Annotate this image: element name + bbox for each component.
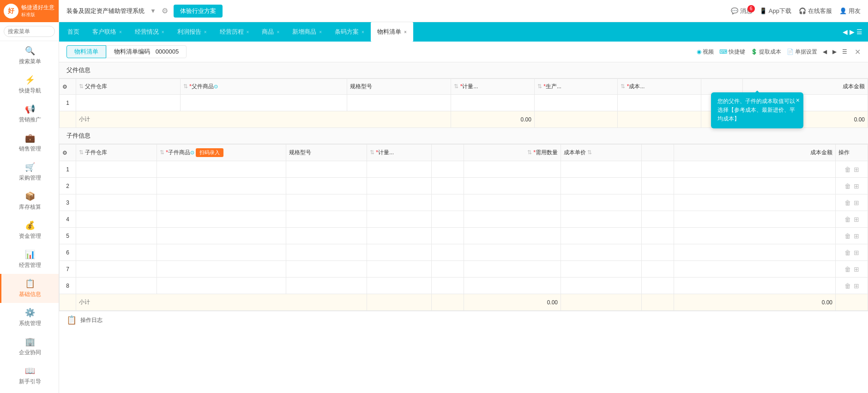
sub-tab-bom-code[interactable]: 物料清单编码 0000005 — [106, 45, 187, 58]
tab-goods-close[interactable]: × — [277, 30, 279, 35]
sidebar-item-enterprise[interactable]: 🏢 企业协同 — [0, 332, 59, 361]
child-row-1-qty[interactable] — [464, 161, 561, 178]
child-row-1-goods[interactable] — [157, 161, 286, 178]
tab-menu-icon[interactable]: ☰ — [856, 28, 862, 36]
child-row-2-goods[interactable] — [157, 178, 286, 194]
child-row-1-amount — [674, 161, 836, 178]
tab-barcode[interactable]: 条码方案 × — [328, 22, 371, 42]
child-col-settings[interactable]: ⚙ — [60, 145, 76, 161]
child-row-1-unit-cost[interactable] — [561, 161, 642, 178]
parent-row-1-cost[interactable] — [618, 95, 701, 111]
message-button[interactable]: 💬 消息 6 — [731, 7, 752, 15]
dropdown-arrow-icon[interactable]: ▼ — [150, 7, 156, 14]
user-avatar[interactable]: 👤 用友 — [839, 7, 861, 15]
sidebar-item-basics[interactable]: 📋 基础信息 — [0, 274, 59, 303]
delete-row-1-icon[interactable]: 🗑 — [844, 166, 851, 173]
sidebar-item-inventory[interactable]: 📦 库存核算 — [0, 187, 59, 216]
child-row-2-warehouse[interactable] — [76, 178, 157, 194]
copy-row-3-icon[interactable]: ⊞ — [854, 199, 859, 206]
sales-icon: 💼 — [25, 133, 35, 143]
copy-row-4-icon[interactable]: ⊞ — [854, 216, 859, 223]
delete-row-8-icon[interactable]: 🗑 — [844, 282, 851, 290]
tab-home[interactable]: 首页 — [61, 22, 86, 42]
delete-row-4-icon[interactable]: 🗑 — [844, 216, 851, 223]
sidebar-item-operations[interactable]: 📊 经营管理 — [0, 245, 59, 274]
delete-row-6-icon[interactable]: 🗑 — [844, 249, 851, 256]
tab-bom[interactable]: 物料清单 × — [371, 22, 413, 42]
sidebar-nav: 🔍 搜索菜单 ⚡ 快捷导航 📢 营销推广 💼 销售管理 🛒 采购管理 📦 库存核… — [0, 41, 59, 393]
delete-row-3-icon[interactable]: 🗑 — [844, 199, 851, 206]
parent-row-1-warehouse[interactable] — [76, 95, 181, 111]
scan-input-button[interactable]: 扫码录入 — [196, 148, 223, 157]
app-download-button[interactable]: 📱 App下载 — [760, 7, 791, 15]
parent-subtotal-e2 — [618, 111, 701, 128]
copy-row-1-icon[interactable]: ⊞ — [854, 166, 859, 173]
child-row-2: 2 🗑 ⊞ — [60, 178, 868, 194]
log-label[interactable]: 操作日志 — [80, 316, 102, 324]
nav-left-icon[interactable]: ◀ — [823, 48, 827, 55]
parent-row-1-unit[interactable] — [451, 95, 535, 111]
copy-row-7-icon[interactable]: ⊞ — [854, 266, 859, 273]
sidebar-item-sales[interactable]: 💼 销售管理 — [0, 128, 59, 157]
tab-bom-close[interactable]: × — [404, 30, 407, 35]
tab-customer[interactable]: 客户联络 × — [86, 22, 128, 42]
tab-barcode-close[interactable]: × — [362, 30, 364, 35]
copy-row-2-icon[interactable]: ⊞ — [854, 182, 859, 190]
parent-col-settings[interactable]: ⚙ — [60, 79, 76, 95]
child-row-2-unit[interactable] — [367, 178, 432, 194]
tab-history[interactable]: 经营历程 × — [213, 22, 256, 42]
tab-profit-label: 利润报告 — [177, 28, 201, 36]
parent-col-produce: ⇅ *生产... — [534, 79, 618, 95]
tab-prev-icon[interactable]: ◀ — [843, 28, 848, 36]
tab-new-goods[interactable]: 新增商品 × — [286, 22, 328, 42]
tooltip-close-icon[interactable]: × — [796, 95, 800, 105]
extract-cost-button[interactable]: 💲 提取成本 — [751, 48, 781, 56]
tab-operations-close[interactable]: × — [162, 30, 164, 35]
parent-row-1-goods[interactable] — [180, 95, 347, 111]
list-view-icon[interactable]: ☰ — [842, 48, 847, 55]
settings-icon[interactable]: ⚙ — [162, 6, 168, 15]
parent-subtotal-e1 — [534, 111, 618, 128]
online-service-button[interactable]: 🎧 在线客服 — [799, 7, 832, 15]
view-video-button[interactable]: ◉ 视频 — [697, 48, 714, 56]
sub-tab-bom-list[interactable]: 物料清单 — [66, 45, 106, 58]
search-input[interactable] — [4, 26, 55, 37]
shortcut-button[interactable]: ⌨ 快捷键 — [719, 48, 745, 56]
tab-goods[interactable]: 商品 × — [255, 22, 286, 42]
copy-row-5-icon[interactable]: ⊞ — [854, 232, 859, 240]
child-row-1-warehouse[interactable] — [76, 161, 157, 178]
sidebar-item-marketing[interactable]: 📢 营销推广 — [0, 99, 59, 128]
child-row-2-unit-cost[interactable] — [561, 178, 642, 194]
tab-customer-close[interactable]: × — [119, 30, 122, 35]
tab-profit[interactable]: 利润报告 × — [171, 22, 213, 42]
sidebar-item-finance[interactable]: 💰 资金管理 — [0, 216, 59, 245]
close-content-icon[interactable]: ✕ — [855, 48, 861, 56]
sidebar-item-search[interactable]: 🔍 搜索菜单 — [0, 41, 59, 70]
copy-row-8-icon[interactable]: ⊞ — [854, 282, 859, 290]
sidebar-item-quick-nav-label: 快捷导航 — [19, 87, 41, 95]
delete-row-7-icon[interactable]: 🗑 — [844, 266, 851, 273]
nav-right-icon[interactable]: ▶ — [832, 48, 837, 55]
tab-new-goods-close[interactable]: × — [319, 30, 322, 35]
parent-row-1-produce[interactable] — [534, 95, 618, 111]
sidebar-item-guide[interactable]: 📖 新手引导 — [0, 361, 59, 390]
child-row-1-unit[interactable] — [367, 161, 432, 178]
tab-operations[interactable]: 经营情况 × — [128, 22, 171, 42]
child-row-1-spec[interactable] — [286, 161, 367, 178]
delete-row-5-icon[interactable]: 🗑 — [844, 232, 851, 240]
tab-history-close[interactable]: × — [247, 30, 249, 35]
sidebar-item-system[interactable]: ⚙️ 系统管理 — [0, 303, 59, 332]
tab-profit-close[interactable]: × — [204, 30, 207, 35]
sidebar-logo: 好 畅捷通好生意 标准版 — [0, 0, 59, 22]
copy-row-6-icon[interactable]: ⊞ — [854, 249, 859, 256]
child-table: ⚙ ⇅ 子件仓库 ⇅ *子件商品⊙ 扫码录入 规格型号 ⇅ *计量... — [59, 144, 868, 311]
sidebar-item-quick-nav[interactable]: ⚡ 快捷导航 — [0, 70, 59, 99]
child-row-2-qty[interactable] — [464, 178, 561, 194]
sidebar-item-purchase[interactable]: 🛒 采购管理 — [0, 157, 59, 187]
child-row-2-spec[interactable] — [286, 178, 367, 194]
tab-next-icon[interactable]: ▶ — [850, 28, 855, 36]
trial-button[interactable]: 体验行业方案 — [174, 5, 223, 18]
parent-row-1-spec[interactable] — [347, 95, 451, 111]
delete-row-2-icon[interactable]: 🗑 — [844, 182, 851, 190]
single-setting-button[interactable]: 📄 单据设置 — [787, 48, 817, 56]
